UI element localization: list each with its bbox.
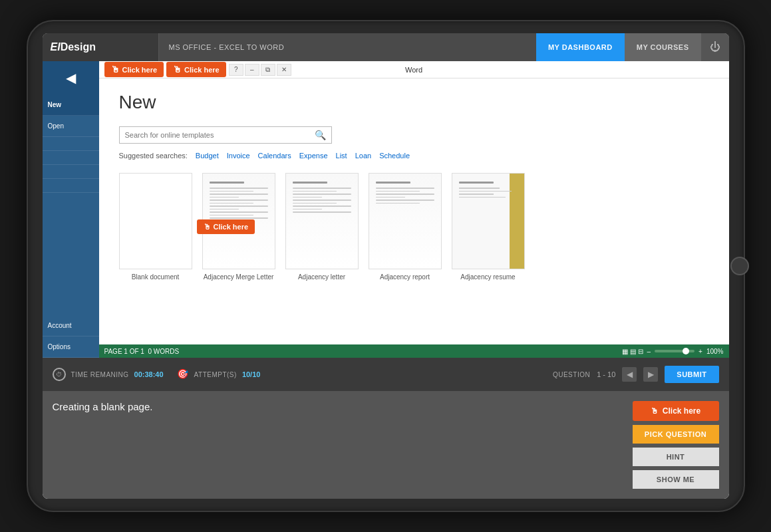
- sidebar-item-options[interactable]: Options: [43, 336, 99, 358]
- word-titlebar: Word 🖱 Click here 🖱 Click here: [99, 61, 729, 78]
- zoom-controls: ▦ ▤ ⊟ – + 100%: [622, 348, 724, 355]
- template-name-blank: Blank document: [132, 273, 180, 281]
- titlebar-right: 🖱 Click here 🖱 Click here ? – ⧉: [104, 62, 291, 77]
- zoom-slider[interactable]: [655, 350, 694, 352]
- hand-icon-1: 🖱: [111, 65, 120, 74]
- close-button[interactable]: ✕: [277, 64, 291, 76]
- suggested-searches: Suggested searches: Budget Invoice Calen…: [119, 152, 709, 160]
- zoom-plus[interactable]: +: [698, 348, 702, 355]
- prev-question-button[interactable]: ◀: [622, 367, 637, 382]
- zoom-percent: 100%: [706, 348, 724, 355]
- sidebar-item-new[interactable]: New: [43, 94, 99, 116]
- word-title: Word: [405, 66, 422, 74]
- logo: EIDesign: [51, 41, 96, 53]
- sidebar-item-open[interactable]: Open: [43, 116, 99, 137]
- suggested-expense[interactable]: Expense: [299, 152, 328, 160]
- hand-icon-interaction: 🖱: [651, 406, 659, 416]
- tablet-frame: EIDesign MS OFFICE - EXCEL TO WORD MY DA…: [27, 20, 745, 512]
- question-text: Creating a blank page.: [53, 401, 623, 489]
- power-button[interactable]: ⏻: [701, 33, 729, 61]
- template-name-report: Adjacency report: [380, 273, 430, 281]
- word-new-heading: New: [119, 92, 709, 113]
- suggested-label: Suggested searches:: [119, 152, 188, 160]
- attempts-value: 10/10: [242, 370, 261, 378]
- sidebar-item-6: [43, 179, 99, 193]
- suggested-list[interactable]: List: [336, 152, 347, 160]
- search-button[interactable]: 🔍: [315, 130, 326, 140]
- suggested-loan[interactable]: Loan: [355, 152, 371, 160]
- question-label: QUESTION: [553, 371, 590, 378]
- suggested-schedule[interactable]: Schedule: [379, 152, 410, 160]
- tablet-screen: EIDesign MS OFFICE - EXCEL TO WORD MY DA…: [43, 33, 729, 499]
- template-name-resume: Adjacency resume: [460, 273, 515, 281]
- show-me-button[interactable]: SHOW ME: [633, 470, 719, 489]
- question-range: 1 - 10: [597, 370, 615, 378]
- template-lines-letter: [293, 182, 351, 215]
- click-here-interaction-button[interactable]: 🖱 Click here: [633, 401, 719, 421]
- suggested-invoice[interactable]: Invoice: [227, 152, 250, 160]
- attempts-section: 🎯 ATTEMPT(S) 10/10: [177, 368, 261, 380]
- pick-question-button[interactable]: PICK QUESTION: [633, 425, 719, 444]
- templates-grid: Blank document 🖱 Click here: [119, 173, 709, 287]
- template-thumb-resume[interactable]: [452, 173, 525, 269]
- next-question-button[interactable]: ▶: [643, 367, 658, 382]
- click-here-template-button[interactable]: 🖱 Click here: [197, 219, 255, 234]
- click-here-button-1[interactable]: 🖱 Click here: [104, 62, 164, 77]
- sidebar-item-3: [43, 137, 99, 151]
- interaction-buttons: 🖱 Click here PICK QUESTION HINT SHOW ME: [633, 401, 719, 489]
- hand-icon-template: 🖱: [204, 223, 211, 231]
- click-here-group: 🖱 Click here 🖱 Click here: [104, 62, 226, 77]
- interaction-area: Creating a blank page. 🖱 Click here PICK…: [43, 391, 729, 499]
- suggested-budget[interactable]: Budget: [196, 152, 219, 160]
- view-icons: ▦ ▤ ⊟: [622, 348, 643, 355]
- sidebar-item-4: [43, 151, 99, 165]
- word-controls: ? – ⧉ ✕: [229, 64, 291, 76]
- word-area: Word 🖱 Click here 🖱 Click here: [99, 61, 729, 358]
- template-resume: Adjacency resume: [452, 173, 525, 281]
- course-title: MS OFFICE - EXCEL TO WORD: [159, 43, 536, 51]
- top-nav: EIDesign MS OFFICE - EXCEL TO WORD MY DA…: [43, 33, 729, 61]
- back-button[interactable]: ◀: [43, 61, 99, 94]
- template-lines-resume: [459, 182, 518, 200]
- template-thumb-blank[interactable]: [119, 173, 192, 269]
- sidebar: ◀ New Open Account Options: [43, 61, 99, 358]
- attempts-label: ATTEMPT(S): [194, 371, 237, 378]
- submit-button[interactable]: SUBMIT: [665, 366, 718, 383]
- template-report: Adjacency report: [369, 173, 442, 281]
- main-content: ◀ New Open Account Options: [43, 61, 729, 358]
- sidebar-item-account[interactable]: Account: [43, 315, 99, 336]
- click-here-button-2[interactable]: 🖱 Click here: [166, 62, 226, 77]
- template-lines-merge: [210, 182, 268, 221]
- word-statusbar: PAGE 1 OF 1 0 WORDS ▦ ▤ ⊟ – + 100%: [99, 344, 729, 358]
- template-blank: Blank document: [119, 173, 192, 281]
- search-input[interactable]: [125, 131, 315, 139]
- timer-section: ⏱ TIME REMANING 00:38:40: [53, 368, 164, 381]
- timer-label: TIME REMANING: [71, 371, 129, 378]
- dashboard-button[interactable]: MY DASHBOARD: [536, 33, 625, 61]
- template-name-letter: Adjacency letter: [298, 273, 345, 281]
- timer-icon: ⏱: [53, 368, 66, 381]
- zoom-thumb: [683, 348, 689, 354]
- hand-icon-2: 🖱: [173, 65, 182, 74]
- status-page-info: PAGE 1 OF 1 0 WORDS: [104, 348, 622, 355]
- restore-button[interactable]: ⧉: [261, 64, 275, 76]
- word-content[interactable]: New 🔍 Suggested searches: Budget Invoice…: [99, 78, 729, 344]
- template-lines-report: [376, 182, 434, 205]
- home-button[interactable]: [730, 257, 749, 275]
- template-thumb-letter[interactable]: [285, 173, 359, 269]
- timer-value: 00:38:40: [134, 370, 164, 378]
- question-section: QUESTION 1 - 10 ◀ ▶ SUBMIT: [553, 366, 719, 383]
- nav-buttons: MY DASHBOARD MY COURSES ⏻: [536, 33, 729, 61]
- zoom-minus[interactable]: –: [647, 348, 651, 355]
- suggested-calendars[interactable]: Calendars: [258, 152, 291, 160]
- template-merge-letter: 🖱 Click here: [202, 173, 275, 281]
- minimize-button[interactable]: –: [245, 64, 259, 76]
- sidebar-item-5: [43, 165, 99, 179]
- template-letter: Adjacency letter: [285, 173, 359, 281]
- quiz-bar: ⏱ TIME REMANING 00:38:40 🎯 ATTEMPT(S) 10…: [43, 358, 729, 391]
- template-thumb-report[interactable]: [369, 173, 442, 269]
- courses-button[interactable]: MY COURSES: [625, 33, 701, 61]
- help-button[interactable]: ?: [229, 64, 243, 76]
- hint-button[interactable]: HINT: [633, 448, 719, 466]
- template-name-merge: Adjacency Merge Letter: [204, 273, 274, 281]
